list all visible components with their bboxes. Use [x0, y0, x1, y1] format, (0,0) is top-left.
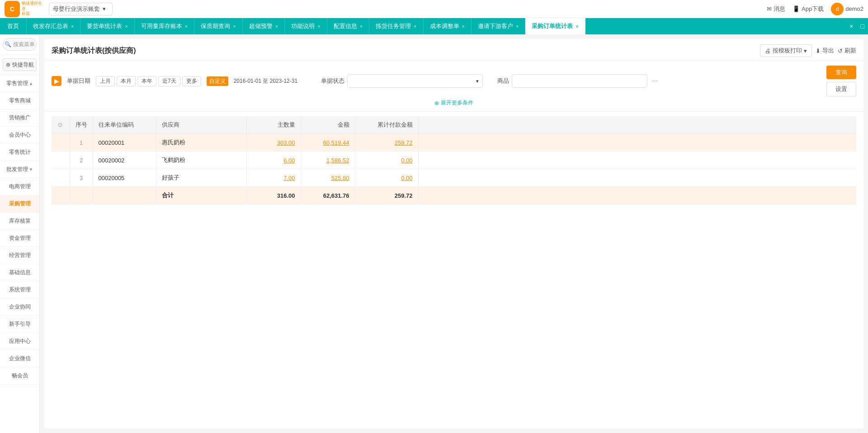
app-download-label: App下载 — [802, 5, 824, 13]
more-options-icon[interactable]: ··· — [652, 77, 658, 85]
page-header-actions: 🖨 按模板打印 ▾ ⬇ 导出 ↺ 刷新 — [760, 44, 856, 57]
date-quick-7days[interactable]: 近7天 — [158, 76, 180, 86]
sidebar-item-畅会员[interactable]: 畅会员 — [0, 367, 39, 385]
sidebar-item-label: 批发管理 — [6, 166, 28, 173]
sidebar-item-label: 应用中心 — [9, 338, 31, 344]
tab-配置信息[interactable]: 配置信息 × — [327, 18, 369, 34]
sidebar-item-营销推广[interactable]: 营销推广 — [0, 109, 39, 127]
date-custom-badge[interactable]: 自定义 — [207, 76, 228, 86]
status-select[interactable]: ▾ — [347, 74, 483, 88]
print-button[interactable]: 🖨 按模板打印 ▾ — [760, 44, 812, 57]
sidebar-item-label: 企业微信 — [9, 355, 31, 362]
date-quick-this-year[interactable]: 本年 — [137, 76, 156, 86]
row-amount[interactable]: 60,519.44 — [301, 134, 355, 152]
row-qty[interactable]: 7.00 — [246, 169, 301, 187]
export-label: 导出 — [822, 47, 834, 55]
app-download-btn[interactable]: 📱 App下载 — [793, 5, 824, 13]
row-qty[interactable]: 303.00 — [246, 134, 301, 152]
row-amount[interactable]: 525.80 — [301, 169, 355, 187]
sidebar-item-零售统计[interactable]: 零售统计 — [0, 144, 39, 161]
export-button[interactable]: ⬇ 导出 — [816, 47, 834, 55]
tab-close-icon[interactable]: × — [414, 24, 416, 29]
refresh-button[interactable]: ↺ 刷新 — [838, 47, 856, 55]
sidebar-item-label: 系统管理 — [9, 286, 31, 293]
workspace-chevron-icon: ▾ — [103, 5, 106, 12]
footer-col-code — [93, 187, 156, 205]
date-range-display: 2016-01-01 至 2023-12-31 — [234, 77, 297, 85]
row-qty[interactable]: 6.00 — [246, 152, 301, 169]
tab-邀请下游客户[interactable]: 邀请下游客户 × — [472, 18, 525, 34]
sidebar-item-新手引导[interactable]: 新手引导 — [0, 316, 39, 333]
tab-拣货任务管理[interactable]: 拣货任务管理 × — [369, 18, 423, 34]
tab-close-icon[interactable]: × — [233, 24, 236, 29]
sidebar-item-采购管理[interactable]: 采购管理 — [0, 195, 39, 213]
message-label: 消息 — [774, 5, 785, 13]
expand-label: 展开更多条件 — [441, 99, 473, 107]
sidebar-item-企业协同[interactable]: 企业协同 — [0, 299, 39, 316]
column-settings-icon[interactable]: ⚙ — [57, 121, 63, 128]
row-paid[interactable]: 0.00 — [355, 152, 418, 169]
row-paid[interactable]: 259.72 — [355, 134, 418, 152]
tab-close-icon[interactable]: × — [71, 24, 74, 29]
search-menu-button[interactable]: 🔍 搜索菜单 — [3, 38, 37, 51]
data-table: ⚙ 序号 往来单位编码 供应商 主数量 金额 累计付款金额 — [52, 116, 856, 205]
sidebar-item-资金管理[interactable]: 资金管理 — [0, 230, 39, 247]
settings-button[interactable]: 设置 — [826, 82, 856, 96]
filter-toggle-icon: ▶ — [54, 77, 59, 85]
status-filter-label: 单据状态 — [321, 77, 344, 85]
sidebar-item-会员中心[interactable]: 会员中心 — [0, 127, 39, 144]
query-button[interactable]: 查询 — [826, 66, 856, 79]
date-quick-this-month[interactable]: 本月 — [117, 76, 136, 86]
tab-采购订单统计表[interactable]: 采购订单统计表 × — [525, 18, 585, 34]
row-index: 2 — [70, 152, 93, 169]
tab-close-icon[interactable]: × — [275, 24, 278, 29]
sidebar-item-经营管理[interactable]: 经营管理 — [0, 247, 39, 264]
chevron-up-icon: ▲ — [29, 81, 33, 86]
user-profile-btn[interactable]: d demo2 — [831, 3, 863, 15]
tab-home[interactable]: 首页 — [0, 18, 27, 34]
tab-要货单统计表[interactable]: 要货单统计表 × — [80, 18, 134, 34]
tab-超储预警[interactable]: 超储预警 × — [243, 18, 285, 34]
col-header-paid: 累计付款金额 — [355, 116, 418, 134]
status-filter-group: 单据状态 ▾ — [321, 74, 483, 88]
sidebar-item-库存核算[interactable]: 库存核算 — [0, 213, 39, 230]
tab-label: 要货单统计表 — [87, 22, 122, 30]
expand-more-button[interactable]: ⊕ 展开更多条件 — [52, 99, 856, 107]
row-code: 00020005 — [93, 169, 156, 187]
col-header-settings: ⚙ — [52, 116, 70, 134]
table-row: 2 00020002 飞鹤奶粉 6.00 1,586.52 0.00 — [52, 152, 856, 169]
tab-close-icon[interactable]: × — [125, 24, 127, 29]
filter-row-1: ▶ 单据日期 上月 本月 本年 近7天 更多 自定义 2016-01-01 至 … — [52, 66, 856, 96]
tab-成本调整单[interactable]: 成本调整单 × — [424, 18, 472, 34]
sidebar-item-零售商城[interactable]: 零售商城 — [0, 92, 39, 109]
sidebar-item-企业微信[interactable]: 企业微信 — [0, 350, 39, 367]
tab-close-icon[interactable]: × — [185, 24, 188, 29]
sidebar-item-基础信息[interactable]: 基础信息 — [0, 264, 39, 281]
sidebar-item-零售管理[interactable]: 零售管理 ▲ — [0, 75, 39, 92]
date-quick-more[interactable]: 更多 — [182, 76, 201, 86]
tab-保质期查询[interactable]: 保质期查询 × — [194, 18, 242, 34]
tab-可用量库存账本[interactable]: 可用量库存账本 × — [135, 18, 194, 34]
sidebar-item-系统管理[interactable]: 系统管理 — [0, 281, 39, 299]
tab-close-icon[interactable]: × — [462, 24, 465, 29]
sidebar-item-电商管理[interactable]: 电商管理 — [0, 178, 39, 195]
tab-收发存汇总表[interactable]: 收发存汇总表 × — [27, 18, 80, 34]
tab-功能说明[interactable]: 功能说明 × — [285, 18, 327, 34]
main-content: 采购订单统计表(按供应商) 🖨 按模板打印 ▾ ⬇ 导出 ↺ 刷新 — [40, 34, 868, 433]
tab-maximize-icon[interactable]: □ — [857, 23, 868, 30]
workspace-selector[interactable]: 母婴行业演示账套 ▾ — [49, 3, 113, 15]
tab-close-icon[interactable]: × — [576, 24, 578, 29]
sidebar-item-应用中心[interactable]: 应用中心 — [0, 333, 39, 350]
filter-toggle-button[interactable]: ▶ — [52, 76, 61, 86]
message-btn[interactable]: ✉ 消息 — [767, 5, 785, 13]
tab-close-icon[interactable]: × — [317, 24, 320, 29]
date-quick-last-month[interactable]: 上月 — [96, 76, 115, 86]
sidebar-item-批发管理[interactable]: 批发管理 ▼ — [0, 161, 39, 178]
goods-input[interactable] — [512, 74, 647, 88]
tab-close-icon[interactable]: × — [516, 24, 519, 29]
quick-nav-button[interactable]: ⊕ 快捷导航 — [3, 58, 37, 71]
row-paid[interactable]: 0.00 — [355, 169, 418, 187]
tab-close-all-icon[interactable]: × — [846, 23, 857, 30]
row-amount[interactable]: 1,586.52 — [301, 152, 355, 169]
tab-close-icon[interactable]: × — [360, 24, 363, 29]
